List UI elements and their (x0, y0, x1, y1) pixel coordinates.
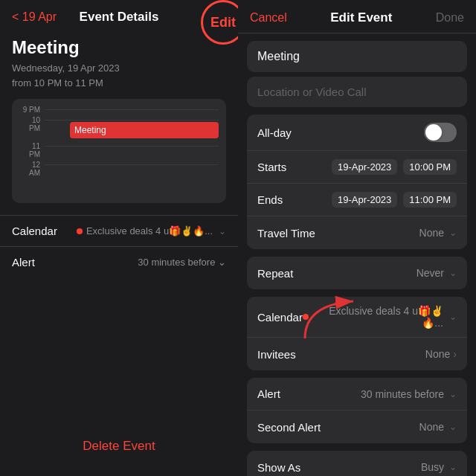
alert-value: 30 minutes before ⌄ (361, 388, 457, 400)
calendar-value: Exclusive deals 4 u🎁✌🔥... ⌄ (303, 305, 457, 329)
calendar-view: 9 PM 10 PM Meeting 11 PM 12 AM (12, 99, 226, 203)
calendar-invitees-group: Calendar Exclusive deals 4 u🎁✌🔥... ⌄ Inv… (247, 297, 467, 370)
repeat-value-text: Never (416, 267, 444, 279)
repeat-label: Repeat (257, 267, 293, 280)
location-field[interactable]: Location or Video Call (247, 77, 467, 107)
starts-value: 19-Apr-2023 10:00 PM (329, 159, 457, 175)
second-alert-chevron-icon: ⌄ (449, 422, 457, 432)
allday-toggle[interactable] (424, 123, 457, 142)
left-calendar-row[interactable]: Calendar Exclusive deals 4 u🎁✌🔥... ⌄ (0, 215, 238, 246)
repeat-group: Repeat Never ⌄ (247, 257, 467, 289)
left-alert-value: 30 minutes before ⌄ (138, 257, 226, 268)
left-calendar-text: Exclusive deals 4 u🎁✌🔥... (86, 225, 213, 237)
allday-label: All-day (257, 126, 292, 139)
delete-event-button[interactable]: Delete Event (83, 439, 155, 454)
repeat-value: Never ⌄ (416, 267, 457, 279)
left-calendar-value: Exclusive deals 4 u🎁✌🔥... ⌄ (77, 225, 226, 237)
right-body: Meeting Location or Video Call All-day S… (238, 33, 476, 476)
back-label: < 19 Apr (12, 10, 57, 24)
event-info: Meeting Wednesday, 19 Apr 2023 from 10 P… (0, 31, 238, 99)
back-button[interactable]: < 19 Apr (12, 10, 57, 24)
event-title-field[interactable]: Meeting (247, 41, 467, 72)
event-date: Wednesday, 19 Apr 2023 (12, 61, 226, 76)
invitees-label: Invitees (257, 348, 296, 361)
right-header-title: Edit Event (330, 10, 392, 25)
left-calendar-label: Calendar (12, 225, 57, 237)
starts-time: 10:00 PM (403, 159, 457, 175)
starts-date: 19-Apr-2023 (332, 159, 397, 175)
time-line-12am (45, 164, 219, 165)
show-as-value-text: Busy (421, 461, 444, 473)
time-9pm: 9 PM (19, 105, 40, 114)
calendar-chevron-icon-right: ⌄ (449, 312, 457, 322)
time-block-10pm: Meeting (45, 115, 219, 140)
travel-value-text: None (419, 227, 444, 239)
alert-value-text: 30 minutes before (361, 388, 444, 400)
time-row-10pm: 10 PM Meeting (19, 115, 219, 140)
left-panel: < 19 Apr Event Details Edit Meeting Wedn… (0, 0, 238, 476)
ends-value: 19-Apr-2023 11:00 PM (329, 192, 457, 208)
second-alert-value-text: None (419, 421, 444, 433)
time-row-12am: 12 AM (19, 160, 219, 177)
event-name: Meeting (12, 37, 226, 58)
left-alert-label: Alert (12, 256, 35, 268)
done-button[interactable]: Done (436, 11, 464, 25)
ends-date: 19-Apr-2023 (332, 192, 397, 208)
time-row-11pm: 11 PM (19, 141, 219, 158)
time-line-10pm (45, 120, 219, 120)
calendar-dot (77, 228, 83, 234)
travel-value: None ⌄ (419, 227, 457, 239)
time-row-9pm: 9 PM (19, 105, 219, 114)
calendar-value-text: Exclusive deals 4 u🎁✌🔥... (312, 305, 443, 329)
show-as-chevron-icon: ⌄ (449, 462, 457, 472)
second-alert-row[interactable]: Second Alert None ⌄ (247, 411, 467, 443)
time-10pm: 10 PM (19, 115, 40, 132)
travel-chevron-icon: ⌄ (449, 228, 457, 238)
right-panel: Cancel Edit Event Done Meeting Location … (238, 0, 476, 476)
invitees-value-text: None (425, 348, 450, 360)
cancel-button[interactable]: Cancel (250, 11, 287, 25)
meeting-block-label: Meeting (74, 125, 106, 135)
alert-row[interactable]: Alert 30 minutes before ⌄ (247, 378, 467, 411)
time-line-9pm (45, 109, 219, 110)
right-header: Cancel Edit Event Done (238, 0, 476, 33)
datetime-group: All-day Starts 19-Apr-2023 10:00 PM Ends… (247, 115, 467, 249)
alert-chevron-icon: ⌄ (449, 389, 457, 399)
calendar-row[interactable]: Calendar Exclusive deals 4 u🎁✌🔥... ⌄ (247, 297, 467, 338)
starts-row[interactable]: Starts 19-Apr-2023 10:00 PM (247, 151, 467, 184)
show-as-label: Show As (257, 461, 300, 474)
left-header-title: Event Details (80, 10, 159, 25)
event-time: from 10 PM to 11 PM (12, 76, 226, 91)
invitees-row[interactable]: Invitees None › (247, 338, 467, 370)
left-alert-row[interactable]: Alert 30 minutes before ⌄ (0, 246, 238, 277)
invitees-chevron-icon: › (453, 348, 457, 360)
alert-group: Alert 30 minutes before ⌄ Second Alert N… (247, 378, 467, 443)
right-panel-wrapper: Cancel Edit Event Done Meeting Location … (238, 0, 476, 476)
repeat-row[interactable]: Repeat Never ⌄ (247, 257, 467, 289)
travel-label: Travel Time (257, 227, 315, 239)
meeting-block: Meeting (70, 122, 219, 138)
event-title-text: Meeting (257, 50, 300, 62)
calendar-red-dot (303, 314, 309, 320)
location-placeholder: Location or Video Call (257, 86, 366, 98)
starts-label: Starts (257, 161, 286, 173)
allday-row[interactable]: All-day (247, 115, 467, 151)
repeat-chevron-icon: ⌄ (449, 268, 457, 278)
calendar-label: Calendar (257, 311, 303, 324)
left-header: < 19 Apr Event Details Edit (0, 0, 238, 31)
second-alert-value: None ⌄ (419, 421, 457, 433)
show-as-value: Busy ⌄ (421, 461, 457, 473)
ends-row[interactable]: Ends 19-Apr-2023 11:00 PM (247, 184, 467, 216)
invitees-value: None › (425, 348, 457, 360)
travel-row[interactable]: Travel Time None ⌄ (247, 216, 467, 249)
show-as-row[interactable]: Show As Busy ⌄ (247, 451, 467, 476)
time-11pm: 11 PM (19, 141, 40, 158)
time-line-11pm (45, 146, 219, 147)
second-alert-label: Second Alert (257, 421, 321, 434)
time-12am: 12 AM (19, 160, 40, 177)
alert-label: Alert (257, 387, 280, 400)
show-as-group: Show As Busy ⌄ (247, 451, 467, 476)
ends-label: Ends (257, 193, 283, 206)
ends-time: 11:00 PM (403, 192, 457, 208)
edit-button[interactable]: Edit (210, 15, 236, 30)
